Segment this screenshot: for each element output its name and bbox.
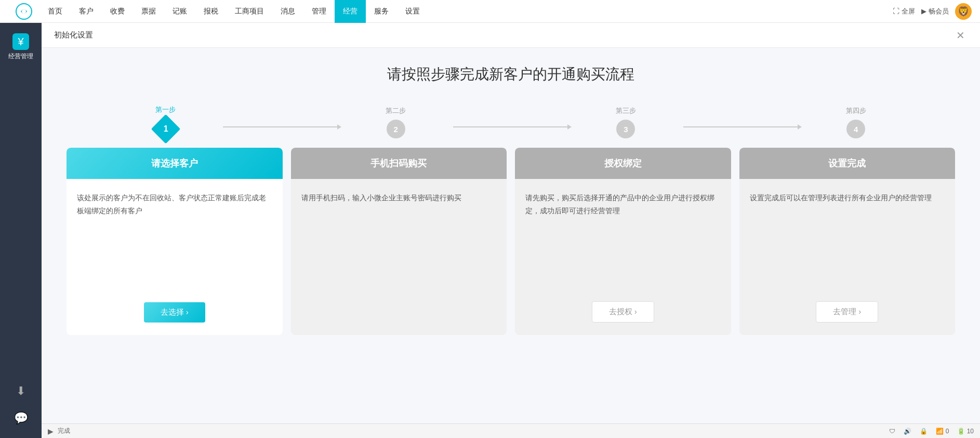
card-2-body: 请用手机扫码，输入小微企业主账号密码进行购买 [291, 179, 507, 314]
go-select-button[interactable]: 去选择 › [144, 302, 205, 323]
flow-title: 请按照步骤完成新客户的开通购买流程 [67, 65, 955, 84]
card-3-body: 请先购买，购买后选择开通的产品中的企业用户进行授权绑定，成功后即可进行经营管理 [515, 179, 731, 293]
step-card-2: 手机扫码购买 请用手机扫码，输入小微企业主账号密码进行购买 [291, 148, 507, 335]
step-card-3: 授权绑定 请先购买，购买后选择开通的产品中的企业用户进行授权绑定，成功后即可进行… [515, 148, 731, 335]
page-header: 初始化设置 ✕ [42, 23, 980, 48]
step-item-2: 第二步 2 [338, 106, 453, 138]
step-card-4: 设置完成 设置完成后可以在管理列表进行所有企业用户的经营管理 去管理 › [739, 148, 956, 335]
top-navigation: 首页 客户 收费 票据 记账 报税 工商项目 消息 管理 经营 服务 设置 ⛶ … [0, 0, 980, 23]
nav-tax[interactable]: 报税 [195, 0, 227, 23]
card-2-footer [291, 314, 507, 335]
svg-point-1 [22, 9, 26, 14]
card-4-body: 设置完成后可以在管理列表进行所有企业用户的经营管理 [739, 179, 956, 293]
operation-icon: ¥ [12, 33, 29, 50]
nav-manage[interactable]: 管理 [303, 0, 335, 23]
step-item-1: 第一步 1 [108, 105, 223, 139]
status-bar-right: 🛡 🔊 🔒 📶 0 🔋 10 [889, 428, 974, 435]
card-1-header: 请选择客户 [67, 148, 283, 179]
step-card-1: 请选择客户 该处展示的客户为不在回收站、客户状态正常建账后完成老板端绑定的所有客… [67, 148, 283, 335]
sidebar: ¥ 经营管理 ⬇ 💬 [0, 23, 42, 438]
step-1-number: 1 [163, 124, 168, 134]
fullscreen-icon: ⛶ [893, 7, 899, 15]
card-4-footer: 去管理 › [739, 293, 956, 335]
steps-progress: 第一步 1 第二步 2 第三步 3 [67, 105, 955, 139]
play-status-icon: ▶ [48, 427, 54, 435]
step-3-node: 3 [616, 120, 635, 138]
user-avatar[interactable]: 🦁 [955, 3, 972, 20]
fullscreen-button[interactable]: ⛶ 全屏 [893, 7, 915, 16]
step-line-1 [223, 126, 338, 127]
card-2-header: 手机扫码购买 [291, 148, 507, 179]
step-4-node: 4 [846, 120, 865, 138]
nav-accounting[interactable]: 记账 [164, 0, 195, 23]
download-icon[interactable]: ⬇ [9, 380, 32, 403]
card-1-footer: 去选择 › [67, 294, 283, 335]
nav-business[interactable]: 工商项目 [227, 0, 272, 23]
main-layout: ¥ 经营管理 ⬇ 💬 初始化设置 ✕ 请按照步骤完成新客户的开通购买流程 第一步… [0, 23, 980, 438]
step-line-3 [683, 126, 798, 127]
app-logo [8, 3, 39, 20]
go-authorize-button[interactable]: 去授权 › [592, 301, 654, 323]
status-bar: ▶ 完成 🛡 🔊 🔒 📶 0 🔋 10 [42, 423, 980, 438]
lock-icon: 🔒 [920, 428, 928, 435]
nav-home[interactable]: 首页 [39, 0, 71, 23]
shield-icon: 🛡 [889, 428, 895, 435]
battery-status: 🔋 10 [957, 428, 974, 435]
content-area: 初始化设置 ✕ 请按照步骤完成新客户的开通购买流程 第一步 1 第二步 [42, 23, 980, 438]
step-2-node: 2 [387, 120, 405, 138]
flow-content: 请按照步骤完成新客户的开通购买流程 第一步 1 第二步 2 [42, 48, 980, 423]
nav-items: 首页 客户 收费 票据 记账 报税 工商项目 消息 管理 经营 服务 设置 [39, 0, 893, 23]
step-item-4: 第四步 4 [799, 106, 913, 138]
card-3-footer: 去授权 › [515, 293, 731, 335]
page-title: 初始化设置 [54, 30, 93, 40]
sidebar-bottom: ⬇ 💬 [9, 380, 32, 438]
card-1-body: 该处展示的客户为不在回收站、客户状态正常建账后完成老板端绑定的所有客户 [67, 179, 283, 294]
nav-settings[interactable]: 设置 [397, 0, 428, 23]
step-item-3: 第三步 3 [568, 106, 683, 138]
nav-service[interactable]: 服务 [366, 0, 397, 23]
step-4-label: 第四步 [846, 106, 866, 115]
close-button[interactable]: ✕ [953, 28, 968, 43]
step-1-label: 第一步 [155, 105, 176, 114]
play-icon: ▶ [921, 7, 926, 15]
nav-invoice[interactable]: 票据 [133, 0, 164, 23]
nav-customer[interactable]: 客户 [71, 0, 102, 23]
sidebar-item-operation[interactable]: ¥ 经营管理 [0, 27, 42, 67]
nav-operation[interactable]: 经营 [335, 0, 366, 23]
cards-container: 请选择客户 该处展示的客户为不在回收站、客户状态正常建账后完成老板端绑定的所有客… [67, 148, 955, 335]
card-4-header: 设置完成 [739, 148, 956, 179]
status-text: 完成 [58, 427, 70, 435]
step-2-label: 第二步 [386, 106, 406, 115]
step-line-2 [453, 126, 568, 127]
card-3-header: 授权绑定 [515, 148, 731, 179]
step-1-node: 1 [151, 114, 180, 144]
volume-icon: 🔊 [904, 428, 911, 435]
customer-service-icon[interactable]: 💬 [9, 407, 32, 430]
step-3-label: 第三步 [616, 106, 636, 115]
go-manage-button[interactable]: 去管理 › [816, 301, 878, 323]
network-status: 📶 0 [936, 428, 949, 435]
nav-message[interactable]: 消息 [272, 0, 303, 23]
vip-button[interactable]: ▶ 畅会员 [921, 7, 949, 16]
nav-fee[interactable]: 收费 [102, 0, 133, 23]
nav-right-area: ⛶ 全屏 ▶ 畅会员 🦁 [893, 3, 972, 20]
